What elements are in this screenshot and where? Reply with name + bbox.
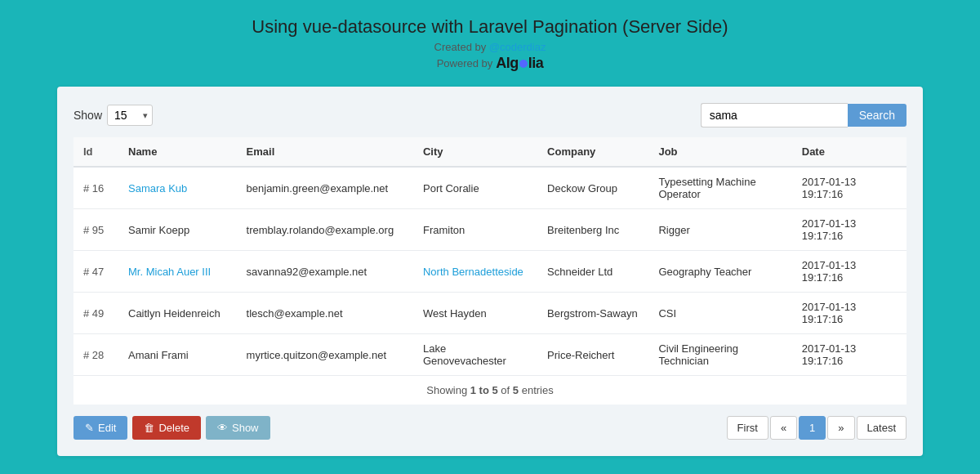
show-button[interactable]: 👁 Show <box>206 416 270 440</box>
cell-job: Geography Teacher <box>648 251 791 293</box>
action-buttons: ✎ Edit 🗑 Delete 👁 Show <box>74 416 270 440</box>
table-body: # 16 Samara Kub benjamin.green@example.n… <box>74 167 906 375</box>
col-header-email: Email <box>237 137 413 167</box>
cell-id: # 28 <box>74 334 118 376</box>
cell-email: savanna92@example.net <box>237 251 413 293</box>
current-page-button[interactable]: 1 <box>799 416 826 440</box>
cell-city: Lake Genovevachester <box>413 334 537 376</box>
cell-email: tlesch@example.net <box>237 293 413 334</box>
col-header-company: Company <box>537 137 648 167</box>
cell-company: Bergstrom-Sawayn <box>537 293 648 334</box>
cell-id: # 49 <box>74 293 118 334</box>
table-header: Id Name Email City Company Job Date <box>74 137 906 167</box>
table-row: # 28 Amani Frami myrtice.quitzon@example… <box>74 334 906 376</box>
city-link[interactable]: North Bernadetteside <box>423 266 523 278</box>
cell-name: Caitlyn Heidenreich <box>118 293 237 334</box>
delete-label: Delete <box>158 422 189 434</box>
search-section: Search <box>701 103 906 127</box>
cell-company: Breitenberg Inc <box>537 209 648 251</box>
showing-range: 1 to 5 <box>470 384 498 396</box>
name-link[interactable]: Mr. Micah Auer III <box>128 266 211 278</box>
latest-page-button[interactable]: Latest <box>857 416 906 440</box>
cell-id: # 47 <box>74 251 118 293</box>
cell-name: Samir Koepp <box>118 209 237 251</box>
first-page-button[interactable]: First <box>727 416 768 440</box>
bottom-bar: ✎ Edit 🗑 Delete 👁 Show First « 1 » Lates… <box>74 416 906 440</box>
cell-date: 2017-01-13 19:17:16 <box>792 334 906 376</box>
cell-date: 2017-01-13 19:17:16 <box>792 167 906 209</box>
toolbar: Show 10 15 25 50 100 Search <box>74 103 906 127</box>
cell-company: Schneider Ltd <box>537 251 648 293</box>
cell-date: 2017-01-13 19:17:16 <box>792 251 906 293</box>
eye-icon: 👁 <box>217 422 228 434</box>
main-card: Show 10 15 25 50 100 Search <box>57 87 923 456</box>
cell-email: myrtice.quitzon@example.net <box>237 334 413 376</box>
search-button[interactable]: Search <box>848 104 906 127</box>
created-by: Created by @coderdiaz <box>252 41 728 53</box>
cell-id: # 16 <box>74 167 118 209</box>
edit-button[interactable]: ✎ Edit <box>74 416 127 440</box>
powered-by: Powered by Alglia <box>252 55 728 72</box>
delete-button[interactable]: 🗑 Delete <box>132 416 201 440</box>
cell-company: Deckow Group <box>537 167 648 209</box>
show-select-wrapper: 10 15 25 50 100 <box>107 105 153 126</box>
cell-company: Price-Reichert <box>537 334 648 376</box>
table-row: # 47 Mr. Micah Auer III savanna92@exampl… <box>74 251 906 293</box>
showing-text: Showing 1 to 5 of 5 entries <box>74 375 906 405</box>
page-title: Using vue-datasource with Laravel Pagina… <box>252 16 728 38</box>
col-header-job: Job <box>648 137 791 167</box>
cell-date: 2017-01-13 19:17:16 <box>792 209 906 251</box>
show-section: Show 10 15 25 50 100 <box>74 105 153 126</box>
cell-name: Amani Frami <box>118 334 237 376</box>
table-header-row: Id Name Email City Company Job Date <box>74 137 906 167</box>
col-header-city: City <box>413 137 537 167</box>
algolia-logo: Alglia <box>496 55 543 72</box>
show-action-label: Show <box>232 422 259 434</box>
cell-job: CSI <box>648 293 791 334</box>
pagination: First « 1 » Latest <box>727 416 906 440</box>
show-select[interactable]: 10 15 25 50 100 <box>107 105 153 126</box>
next-page-button[interactable]: » <box>827 416 854 440</box>
col-header-id: Id <box>74 137 118 167</box>
col-header-name: Name <box>118 137 237 167</box>
table-row: # 95 Samir Koepp tremblay.rolando@exampl… <box>74 209 906 251</box>
edit-label: Edit <box>98 422 116 434</box>
prev-page-button[interactable]: « <box>770 416 797 440</box>
cell-job: Rigger <box>648 209 791 251</box>
cell-name[interactable]: Mr. Micah Auer III <box>118 251 237 293</box>
cell-city: West Hayden <box>413 293 537 334</box>
cell-city: Framiton <box>413 209 537 251</box>
cell-city[interactable]: North Bernadetteside <box>413 251 537 293</box>
cell-name[interactable]: Samara Kub <box>118 167 237 209</box>
coderdiaz-link[interactable]: @coderdiaz <box>489 41 546 53</box>
cell-id: # 95 <box>74 209 118 251</box>
trash-icon: 🗑 <box>144 422 154 434</box>
show-label: Show <box>74 109 102 122</box>
header: Using vue-datasource with Laravel Pagina… <box>252 16 728 72</box>
page-wrapper: Using vue-datasource with Laravel Pagina… <box>0 0 980 474</box>
table-row: # 49 Caitlyn Heidenreich tlesch@example.… <box>74 293 906 334</box>
cell-city: Port Coralie <box>413 167 537 209</box>
showing-total: 5 <box>513 384 519 396</box>
edit-icon: ✎ <box>85 422 94 434</box>
cell-job: Civil Engineering Technician <box>648 334 791 376</box>
data-table: Id Name Email City Company Job Date # 16… <box>74 137 906 375</box>
cell-job: Typesetting Machine Operator <box>648 167 791 209</box>
col-header-date: Date <box>792 137 906 167</box>
table-row: # 16 Samara Kub benjamin.green@example.n… <box>74 167 906 209</box>
cell-email: tremblay.rolando@example.org <box>237 209 413 251</box>
algolia-dot-icon <box>519 60 528 68</box>
search-input[interactable] <box>701 103 848 127</box>
name-link[interactable]: Samara Kub <box>128 182 187 195</box>
cell-date: 2017-01-13 19:17:16 <box>792 293 906 334</box>
cell-email: benjamin.green@example.net <box>237 167 413 209</box>
